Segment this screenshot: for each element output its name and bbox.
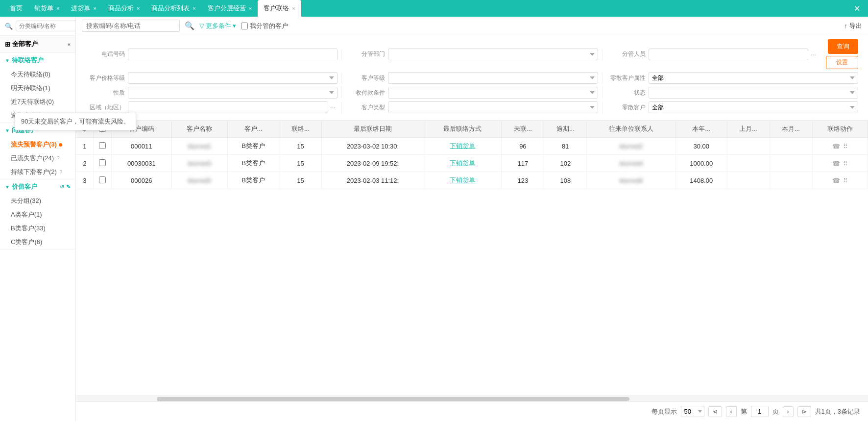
sidebar-search-input[interactable] bbox=[16, 21, 76, 31]
sidebar-item-churn-warning[interactable]: 流失预警客户(3) bbox=[0, 138, 75, 151]
tab-product-analysis[interactable]: 商品分析 × bbox=[102, 0, 145, 17]
refresh-icon[interactable]: ↺ bbox=[60, 184, 64, 190]
tab-product-analysis-list[interactable]: 商品分析列表 × bbox=[145, 0, 201, 17]
more-action-icon-0[interactable]: ⠿ bbox=[843, 143, 848, 150]
th-uncontacted[interactable]: 未联... bbox=[502, 121, 544, 138]
cell-this-year-1: 1000.00 bbox=[675, 155, 727, 172]
row-checkbox-2[interactable] bbox=[99, 176, 106, 183]
my-customers-check[interactable] bbox=[241, 23, 248, 29]
th-this-year[interactable]: 本年... bbox=[675, 121, 727, 138]
search-input[interactable] bbox=[82, 20, 180, 32]
tab-close-product-analysis-list[interactable]: × bbox=[193, 5, 195, 11]
sidebar-section-header-pending[interactable]: ▼ 待联络客户 bbox=[0, 53, 75, 68]
phone-icon-2[interactable]: ☎ bbox=[832, 177, 840, 184]
sidebar-item-declining[interactable]: 持续下滑客户(2) ? bbox=[0, 165, 75, 179]
filter-select-status[interactable] bbox=[649, 87, 858, 99]
filter-select-customer-type[interactable] bbox=[388, 101, 598, 113]
sidebar-item-7days[interactable]: 近7天待联络(0) bbox=[0, 95, 75, 109]
tab-sales-order[interactable]: 销货单 × bbox=[28, 0, 65, 17]
tab-customer-segment[interactable]: 客户分层经营 × bbox=[202, 0, 258, 17]
filter-select-nature[interactable] bbox=[128, 87, 338, 99]
edit-icon[interactable]: ✎ bbox=[66, 184, 71, 190]
tab-customer-contact[interactable]: 客户联络 × bbox=[258, 0, 301, 17]
filter-dots-staff[interactable]: ··· bbox=[808, 50, 818, 58]
scroll-thumb[interactable] bbox=[157, 397, 629, 401]
filter-label-payment: 收付款条件 bbox=[346, 89, 385, 97]
triangle-icon-problem: ▼ bbox=[5, 128, 10, 133]
filter-label-dept: 分管部门 bbox=[346, 50, 385, 58]
filter-select-retail-attr[interactable]: 全部 bbox=[649, 72, 858, 84]
sidebar-item-a-class[interactable]: A类客户(1) bbox=[0, 208, 75, 222]
filter-input-region[interactable] bbox=[128, 101, 328, 113]
settings-button[interactable]: 设置 bbox=[826, 56, 858, 69]
my-customers-checkbox[interactable]: 我分管的客户 bbox=[241, 22, 288, 30]
filter-select-dept[interactable] bbox=[388, 49, 598, 60]
th-customer-type[interactable]: 客户... bbox=[227, 121, 279, 138]
cell-last-method-1[interactable]: 下销货单 bbox=[424, 155, 502, 172]
tab-close-product-analysis[interactable]: × bbox=[137, 5, 140, 11]
th-overdue[interactable]: 逾期... bbox=[544, 121, 587, 138]
filter-select-retail[interactable]: 全部 bbox=[649, 101, 858, 113]
filter-select-customer-grade[interactable] bbox=[388, 72, 598, 84]
tab-close-customer-segment[interactable]: × bbox=[249, 5, 252, 11]
cell-check-1[interactable] bbox=[94, 155, 111, 172]
th-last-month[interactable]: 上月... bbox=[727, 121, 770, 138]
filter-input-phone[interactable] bbox=[128, 49, 338, 60]
cell-action-0[interactable]: ☎ ⠿ bbox=[812, 138, 868, 155]
sidebar-all-customers[interactable]: ⊞ 全部客户 « bbox=[0, 36, 75, 53]
th-this-month[interactable]: 本月... bbox=[770, 121, 812, 138]
last-page-button[interactable]: ⊳ bbox=[797, 406, 811, 417]
th-customer-name[interactable]: 客户名称 bbox=[172, 121, 227, 138]
prev-page-button[interactable]: ‹ bbox=[726, 406, 737, 417]
page-size-select[interactable]: 50 100 200 bbox=[681, 406, 704, 417]
filter-select-price-grade[interactable] bbox=[128, 72, 338, 84]
next-page-button[interactable]: › bbox=[783, 406, 794, 417]
th-contact-count[interactable]: 联络... bbox=[279, 121, 322, 138]
phone-icon-1[interactable]: ☎ bbox=[832, 160, 840, 167]
more-action-icon-1[interactable]: ⠿ bbox=[843, 160, 848, 167]
sidebar-item-c-class[interactable]: C类客户(6) bbox=[0, 235, 75, 249]
sidebar-section-header-value[interactable]: ▼ 价值客户 ↺ ✎ bbox=[0, 179, 75, 194]
more-conditions-toggle[interactable]: ▽ 更多条件 ▾ bbox=[199, 22, 236, 30]
window-close-button[interactable]: ✕ bbox=[850, 4, 864, 13]
table-row: 2 00030031 blurred3 B类客户 15 2023-02-09 1… bbox=[76, 155, 868, 172]
filter-select-payment[interactable] bbox=[388, 87, 598, 99]
search-button[interactable]: 🔍 bbox=[185, 21, 194, 30]
th-last-contact-date[interactable]: 最后联络日期 bbox=[322, 121, 424, 138]
row-checkbox-1[interactable] bbox=[99, 159, 106, 166]
cell-person-2: blurred6 bbox=[587, 172, 676, 189]
horizontal-scrollbar[interactable] bbox=[76, 396, 868, 401]
cell-last-date-1: 2023-02-09 19:52: bbox=[322, 155, 424, 172]
tab-close-customer-contact[interactable]: × bbox=[292, 5, 295, 11]
sidebar-item-today[interactable]: 今天待联络(0) bbox=[0, 68, 75, 81]
current-page-input[interactable] bbox=[751, 406, 769, 417]
cell-last-method-0[interactable]: 下销货单 bbox=[424, 138, 502, 155]
tab-home[interactable]: 首页 bbox=[4, 0, 28, 17]
filter-cell-staff: 分管人员 ··· 查询 设置 bbox=[603, 39, 862, 69]
th-last-contact-method[interactable]: 最后联络方式 bbox=[424, 121, 502, 138]
query-button[interactable]: 查询 bbox=[828, 39, 858, 54]
sidebar-item-tomorrow[interactable]: 明天待联络(1) bbox=[0, 81, 75, 95]
sidebar-item-b-class[interactable]: B类客户(33) bbox=[0, 222, 75, 235]
export-button[interactable]: ↑ 导出 bbox=[844, 22, 863, 30]
th-contact-person[interactable]: 往来单位联系人 bbox=[587, 121, 676, 138]
row-checkbox-0[interactable] bbox=[99, 142, 106, 149]
cell-action-2[interactable]: ☎ ⠿ bbox=[812, 172, 868, 189]
tab-close-sales-order[interactable]: × bbox=[56, 5, 59, 11]
filter-dots-region[interactable]: ··· bbox=[328, 103, 338, 111]
first-page-button[interactable]: ⊲ bbox=[708, 406, 722, 417]
cell-last-month-0 bbox=[727, 138, 770, 155]
filter-input-staff[interactable] bbox=[649, 49, 809, 60]
cell-check-2[interactable] bbox=[94, 172, 111, 189]
phone-icon-0[interactable]: ☎ bbox=[832, 143, 840, 150]
more-action-icon-2[interactable]: ⠿ bbox=[843, 177, 848, 184]
cell-action-1[interactable]: ☎ ⠿ bbox=[812, 155, 868, 172]
sidebar-item-churned[interactable]: 已流失客户(24) ? bbox=[0, 151, 75, 165]
table-area: ⚙ 客户编码 客户名称 客户... 联络... 最后联络日期 最后联络方式 未联… bbox=[76, 121, 868, 396]
tab-close-purchase-order[interactable]: × bbox=[93, 5, 96, 11]
cell-check-0[interactable] bbox=[94, 138, 111, 155]
sidebar-item-ungroup[interactable]: 未分组(32) bbox=[0, 194, 75, 208]
tab-bar: 首页 销货单 × 进货单 × 商品分析 × 商品分析列表 × 客户分层经营 × … bbox=[0, 0, 868, 17]
cell-last-method-2[interactable]: 下销货单 bbox=[424, 172, 502, 189]
tab-purchase-order[interactable]: 进货单 × bbox=[65, 0, 102, 17]
